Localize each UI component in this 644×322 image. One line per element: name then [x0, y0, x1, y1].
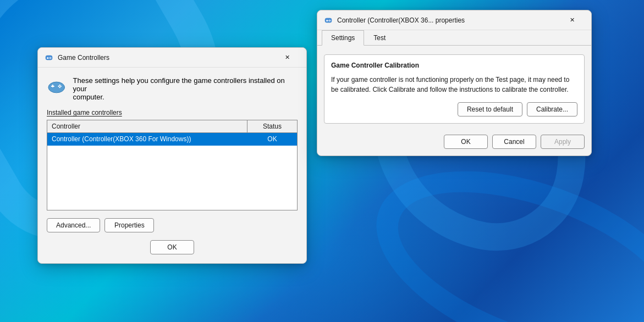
table-row[interactable]: Controller (Controller(XBOX 360 For Wind… — [47, 133, 297, 146]
gc-description: These settings help you configure the ga… — [73, 76, 298, 101]
svg-rect-16 — [326, 20, 328, 21]
col-status-header: Status — [247, 120, 297, 132]
props-apply-button[interactable]: Apply — [541, 135, 585, 149]
installed-label: Installed game controllers — [47, 109, 298, 116]
game-controllers-window: Game Controllers ✕ These settings help y… — [37, 47, 307, 264]
svg-point-3 — [50, 57, 51, 58]
controller-props-title: Controller (Controller(XBOX 36... proper… — [337, 16, 559, 24]
props-bottom-buttons: OK Cancel Apply — [317, 130, 591, 156]
controller-name-cell: Controller (Controller(XBOX 360 For Wind… — [47, 133, 247, 145]
svg-point-12 — [59, 87, 60, 88]
controller-props-close-button[interactable]: ✕ — [559, 12, 585, 29]
game-controllers-body: These settings help you configure the ga… — [38, 68, 306, 263]
table-header-row: Controller Status — [47, 120, 297, 133]
advanced-button[interactable]: Advanced... — [47, 218, 100, 232]
controllers-table-container: Controller Status Controller (Controller… — [47, 120, 298, 210]
svg-point-11 — [60, 86, 61, 87]
col-controller-header: Controller — [47, 120, 247, 132]
table-data-area[interactable]: Controller (Controller(XBOX 360 For Wind… — [47, 133, 297, 210]
gc-action-buttons: Advanced... Properties — [47, 218, 298, 232]
svg-rect-2 — [47, 58, 49, 59]
game-controllers-titlebar: Game Controllers ✕ — [38, 48, 306, 68]
controller-props-tabs: Settings Test — [317, 30, 591, 46]
gc-ok-row: OK — [47, 240, 298, 254]
tab-settings[interactable]: Settings — [322, 30, 364, 46]
calibration-description: If your game controller is not functioni… — [331, 75, 577, 95]
gc-header: These settings help you configure the ga… — [47, 76, 298, 101]
svg-point-20 — [328, 20, 329, 21]
gamepad-large-icon — [47, 76, 67, 96]
controller-status-cell: OK — [247, 133, 297, 145]
props-cancel-button[interactable]: Cancel — [492, 135, 536, 149]
game-controllers-titlebar-controls: ✕ — [274, 49, 300, 66]
calibration-box: Game Controller Calibration If your game… — [324, 54, 585, 124]
calibration-buttons: Reset to default Calibrate... — [331, 102, 577, 116]
svg-point-5 — [50, 58, 51, 59]
svg-point-17 — [329, 19, 331, 20]
svg-point-7 — [48, 82, 65, 93]
controller-props-titlebar: Controller (Controller(XBOX 36... proper… — [317, 10, 591, 30]
controller-props-titlebar-controls: ✕ — [559, 12, 585, 29]
controller-props-icon — [324, 16, 333, 25]
gc-ok-button[interactable]: OK — [150, 240, 194, 254]
svg-point-19 — [329, 20, 331, 21]
controller-properties-window: Controller (Controller(XBOX 36... proper… — [317, 10, 592, 156]
gamepad-icon — [45, 53, 53, 62]
properties-button[interactable]: Properties — [104, 218, 154, 232]
svg-point-18 — [330, 20, 331, 21]
calibrate-button[interactable]: Calibrate... — [527, 102, 577, 116]
tab-test[interactable]: Test — [364, 30, 395, 46]
reset-to-default-button[interactable]: Reset to default — [458, 102, 522, 116]
game-controllers-title: Game Controllers — [58, 54, 274, 62]
calibration-title: Game Controller Calibration — [331, 62, 577, 69]
controller-props-body: Game Controller Calibration If your game… — [317, 50, 591, 124]
svg-rect-9 — [51, 86, 54, 87]
game-controllers-close-button[interactable]: ✕ — [274, 49, 300, 66]
svg-point-4 — [51, 57, 52, 58]
svg-point-10 — [59, 85, 60, 86]
props-ok-button[interactable]: OK — [444, 135, 488, 149]
svg-point-13 — [58, 86, 59, 87]
svg-point-6 — [49, 57, 50, 58]
